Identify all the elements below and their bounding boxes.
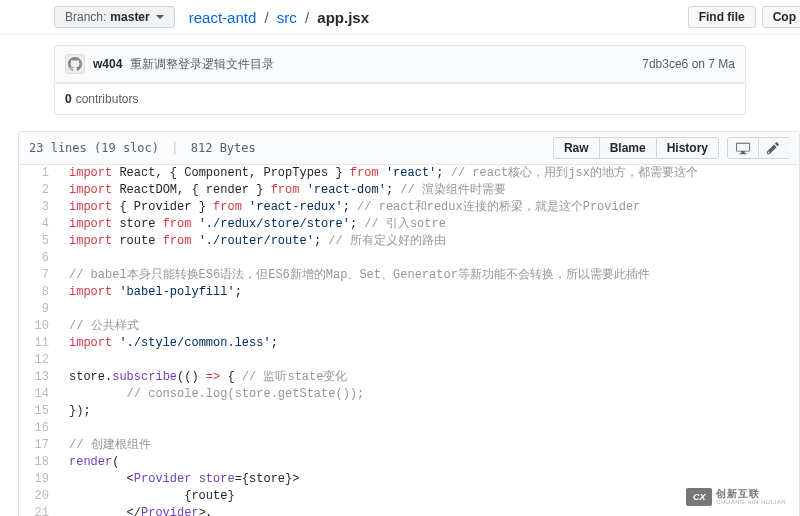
code-line[interactable]: // 创建根组件 bbox=[59, 437, 799, 454]
file-info: 23 lines (19 sloc) | 812 Bytes bbox=[29, 141, 256, 155]
code-line[interactable]: render( bbox=[59, 454, 799, 471]
code-line[interactable]: </Provider>, bbox=[59, 505, 799, 516]
file-box: 23 lines (19 sloc) | 812 Bytes Raw Blame… bbox=[18, 131, 800, 516]
branch-name: master bbox=[110, 10, 149, 24]
breadcrumb-file: app.jsx bbox=[317, 9, 369, 26]
blame-button[interactable]: Blame bbox=[599, 137, 656, 159]
breadcrumb-separator: / bbox=[301, 9, 313, 26]
line-number[interactable]: 18 bbox=[19, 454, 59, 471]
watermark-text1: 创新互联 bbox=[716, 489, 786, 499]
line-number[interactable]: 12 bbox=[19, 352, 59, 369]
chevron-down-icon bbox=[156, 15, 164, 19]
watermark-logo: CX bbox=[686, 488, 712, 506]
line-number[interactable]: 7 bbox=[19, 267, 59, 284]
code-line[interactable]: import route from './router/route'; // 所… bbox=[59, 233, 799, 250]
file-header-bar: Branch: master react-antd / src / app.js… bbox=[0, 0, 800, 35]
breadcrumb-separator: / bbox=[260, 9, 272, 26]
code-line[interactable]: import ReactDOM, { render } from 'react-… bbox=[59, 182, 799, 199]
commit-sha-time[interactable]: 7db3ce6 on 7 Ma bbox=[642, 57, 735, 71]
code-line[interactable] bbox=[59, 352, 799, 369]
pencil-icon bbox=[767, 141, 781, 155]
code-line[interactable]: import './style/common.less'; bbox=[59, 335, 799, 352]
line-number[interactable]: 4 bbox=[19, 216, 59, 233]
line-number[interactable]: 16 bbox=[19, 420, 59, 437]
breadcrumb: react-antd / src / app.jsx bbox=[189, 9, 369, 26]
file-size: 812 Bytes bbox=[191, 141, 256, 155]
file-toolbar: 23 lines (19 sloc) | 812 Bytes Raw Blame… bbox=[19, 132, 799, 165]
breadcrumb-repo[interactable]: react-antd bbox=[189, 9, 257, 26]
file-actions-group: Raw Blame History bbox=[553, 137, 719, 159]
line-number[interactable]: 13 bbox=[19, 369, 59, 386]
branch-label: Branch: bbox=[65, 10, 106, 24]
code-line[interactable]: import 'babel-polyfill'; bbox=[59, 284, 799, 301]
line-number[interactable]: 3 bbox=[19, 199, 59, 216]
contributors-count: 0 bbox=[65, 92, 72, 106]
code-line[interactable] bbox=[59, 301, 799, 318]
code-line[interactable]: store.subscribe(() => { // 监听state变化 bbox=[59, 369, 799, 386]
avatar[interactable] bbox=[65, 54, 85, 74]
octicon-mark-icon bbox=[68, 57, 82, 71]
breadcrumb-path[interactable]: src bbox=[277, 9, 297, 26]
code-line[interactable]: // 公共样式 bbox=[59, 318, 799, 335]
commit-author[interactable]: w404 bbox=[93, 57, 122, 71]
commit-message[interactable]: 重新调整登录逻辑文件目录 bbox=[130, 56, 274, 73]
line-number[interactable]: 1 bbox=[19, 165, 59, 182]
code-line[interactable]: import store from './redux/store/store';… bbox=[59, 216, 799, 233]
code-line[interactable]: // console.log(store.getState()); bbox=[59, 386, 799, 403]
line-number[interactable]: 11 bbox=[19, 335, 59, 352]
find-file-button[interactable]: Find file bbox=[688, 6, 756, 28]
code-line[interactable]: import { Provider } from 'react-redux'; … bbox=[59, 199, 799, 216]
code-view: 1import React, { Component, PropTypes } … bbox=[19, 165, 799, 516]
line-number[interactable]: 5 bbox=[19, 233, 59, 250]
raw-button[interactable]: Raw bbox=[553, 137, 599, 159]
branch-select-button[interactable]: Branch: master bbox=[54, 6, 175, 28]
line-number[interactable]: 6 bbox=[19, 250, 59, 267]
code-line[interactable]: <Provider store={store}> bbox=[59, 471, 799, 488]
edit-button[interactable] bbox=[759, 137, 789, 159]
code-line[interactable] bbox=[59, 250, 799, 267]
line-number[interactable]: 15 bbox=[19, 403, 59, 420]
copy-path-button[interactable]: Cop bbox=[762, 6, 800, 28]
code-line[interactable] bbox=[59, 420, 799, 437]
code-line[interactable]: // babel本身只能转换ES6语法，但ES6新增的Map、Set、Gener… bbox=[59, 267, 799, 284]
code-line[interactable]: import React, { Component, PropTypes } f… bbox=[59, 165, 799, 182]
device-desktop-icon bbox=[736, 141, 750, 155]
line-number[interactable]: 2 bbox=[19, 182, 59, 199]
contributors-bar: 0 contributors bbox=[54, 83, 746, 115]
line-number[interactable]: 17 bbox=[19, 437, 59, 454]
code-line[interactable]: }); bbox=[59, 403, 799, 420]
line-number[interactable]: 9 bbox=[19, 301, 59, 318]
history-button[interactable]: History bbox=[656, 137, 719, 159]
commit-bar: w404 重新调整登录逻辑文件目录 7db3ce6 on 7 Ma bbox=[54, 45, 746, 83]
file-lines: 23 lines (19 sloc) bbox=[29, 141, 159, 155]
line-number[interactable]: 21 bbox=[19, 505, 59, 516]
contributors-label: contributors bbox=[76, 92, 139, 106]
line-number[interactable]: 19 bbox=[19, 471, 59, 488]
watermark-text2: CHUANG XIN HULIAN bbox=[716, 499, 786, 505]
line-number[interactable]: 8 bbox=[19, 284, 59, 301]
watermark: CX 创新互联 CHUANG XIN HULIAN bbox=[686, 488, 786, 506]
desktop-open-button[interactable] bbox=[727, 137, 759, 159]
line-number[interactable]: 10 bbox=[19, 318, 59, 335]
line-number[interactable]: 20 bbox=[19, 488, 59, 505]
line-number[interactable]: 14 bbox=[19, 386, 59, 403]
